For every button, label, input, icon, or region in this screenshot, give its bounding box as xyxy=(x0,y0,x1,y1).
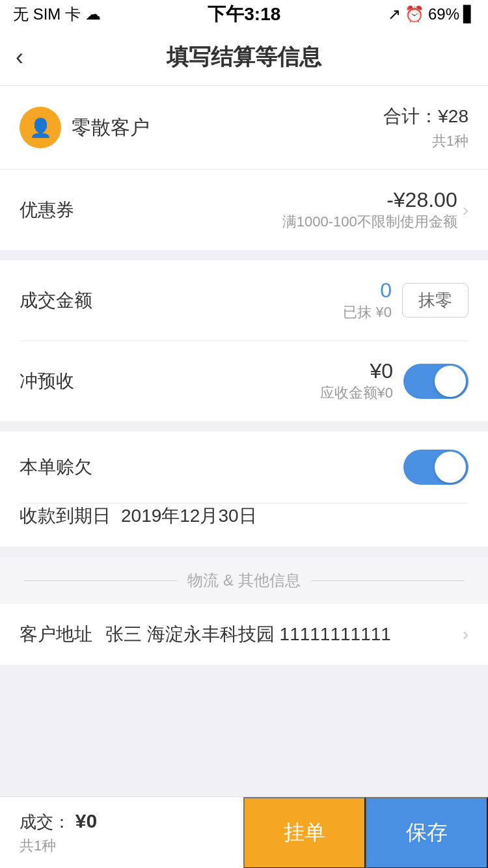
battery-icon: ▋ xyxy=(463,5,475,23)
prepayment-row: 冲预收 ¥0 应收金额¥0 xyxy=(20,341,468,421)
back-button[interactable]: ‹ xyxy=(16,44,23,71)
avatar: 👤 xyxy=(20,107,61,148)
address-section: 客户地址 张三 海淀永丰科技园 11111111111 › xyxy=(0,604,488,665)
battery-level: 69% xyxy=(428,5,459,23)
customer-name: 零散客户 xyxy=(72,115,150,141)
customer-row: 👤 零散客户 合计：¥28 共1种 xyxy=(0,86,488,169)
scroll-area: 👤 零散客户 合计：¥28 共1种 优惠券 -¥28.00 满1000-100不… xyxy=(0,86,488,868)
debt-toggle-knob xyxy=(435,452,466,483)
bottom-deal-amount: ¥0 xyxy=(75,810,97,832)
debt-label: 本单赊欠 xyxy=(20,455,92,480)
customer-section: 👤 零散客户 合计：¥28 共1种 优惠券 -¥28.00 满1000-100不… xyxy=(0,86,488,250)
due-date-row: 收款到期日 2019年12月30日 xyxy=(20,504,468,547)
deal-amount-section: 成交金额 0 已抹 ¥0 抹零 冲预收 ¥0 应收金额¥0 xyxy=(0,260,488,421)
round-zero-button[interactable]: 抹零 xyxy=(402,283,468,318)
total-amount: 合计：¥28 xyxy=(383,104,468,129)
bottom-count: 共1种 xyxy=(20,836,224,856)
status-right: ↗ ⏰ 69% ▋ xyxy=(388,5,475,23)
due-date-value[interactable]: 2019年12月30日 xyxy=(121,504,257,528)
due-date-label: 收款到期日 xyxy=(20,504,111,528)
address-chevron-icon: › xyxy=(463,624,468,645)
bottom-deal-label: 成交： xyxy=(20,812,70,832)
prepayment-toggle[interactable] xyxy=(403,364,468,399)
alarm-icon: ⏰ xyxy=(405,5,424,23)
debt-row: 本单赊欠 xyxy=(20,431,468,504)
save-button[interactable]: 保存 xyxy=(366,797,488,869)
logistics-divider: 物流 & 其他信息 xyxy=(0,557,488,604)
bottom-info: 成交： ¥0 共1种 xyxy=(0,810,243,856)
prepayment-label: 冲预收 xyxy=(20,369,74,394)
status-left: 无 SIM 卡 ☁ xyxy=(13,4,101,25)
address-row[interactable]: 客户地址 张三 海淀永丰科技园 11111111111 › xyxy=(0,604,488,665)
coupon-description: 满1000-100不限制使用金额 xyxy=(282,212,457,232)
location-icon: ↗ xyxy=(388,5,401,23)
coupon-discount: -¥28.00 xyxy=(282,188,457,212)
nav-bar: ‹ 填写结算等信息 xyxy=(0,29,488,86)
coupon-row[interactable]: 优惠券 -¥28.00 满1000-100不限制使用金额 › xyxy=(0,169,488,250)
total-count: 共1种 xyxy=(383,131,468,151)
hold-button[interactable]: 挂单 xyxy=(243,797,366,869)
deal-amount-sub: 已抹 ¥0 xyxy=(343,303,392,322)
toggle-knob xyxy=(435,366,466,397)
address-label: 客户地址 xyxy=(20,622,92,647)
status-time: 下午3:18 xyxy=(208,2,280,27)
bottom-deal-line: 成交： ¥0 xyxy=(20,810,224,834)
network-status: 无 SIM 卡 ☁ xyxy=(13,4,101,25)
deal-amount-label: 成交金额 xyxy=(20,288,92,313)
debt-toggle[interactable] xyxy=(403,450,468,485)
customer-right: 合计：¥28 共1种 xyxy=(383,104,468,151)
deal-amount-row: 成交金额 0 已抹 ¥0 抹零 xyxy=(20,260,468,341)
address-value: 张三 海淀永丰科技园 11111111111 xyxy=(105,622,463,647)
logistics-label: 物流 & 其他信息 xyxy=(187,570,300,591)
page-wrapper: 无 SIM 卡 ☁ 下午3:18 ↗ ⏰ 69% ▋ ‹ 填写结算等信息 👤 零… xyxy=(0,0,488,868)
coupon-right: -¥28.00 满1000-100不限制使用金额 › xyxy=(282,188,468,232)
avatar-icon: 👤 xyxy=(29,117,52,139)
coupon-label: 优惠券 xyxy=(20,198,74,223)
prepayment-value: ¥0 xyxy=(320,359,393,383)
deal-amount-value[interactable]: 0 xyxy=(343,278,392,303)
customer-left: 👤 零散客户 xyxy=(20,107,150,148)
page-title: 填写结算等信息 xyxy=(167,42,321,72)
prepayment-sub: 应收金额¥0 xyxy=(320,383,393,403)
status-bar: 无 SIM 卡 ☁ 下午3:18 ↗ ⏰ 69% ▋ xyxy=(0,0,488,29)
debt-section: 本单赊欠 收款到期日 2019年12月30日 xyxy=(0,431,488,547)
coupon-chevron-icon: › xyxy=(463,200,468,221)
bottom-bar: 成交： ¥0 共1种 挂单 保存 xyxy=(0,796,488,868)
